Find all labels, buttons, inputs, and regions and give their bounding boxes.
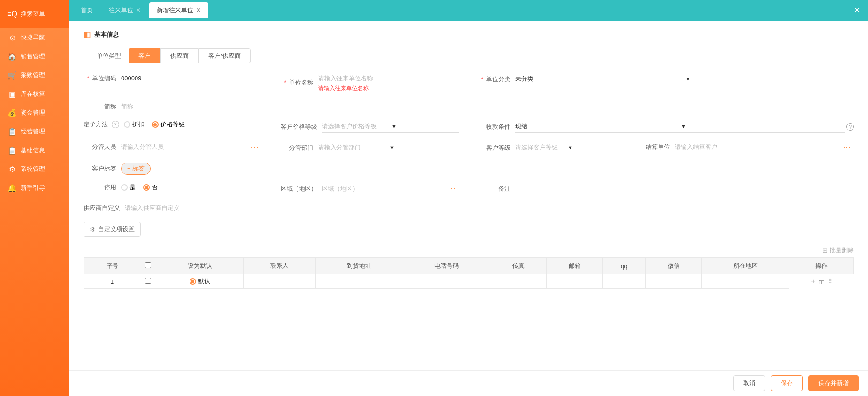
unit-code-input[interactable] bbox=[121, 73, 262, 84]
sidebar-label-operations: 经营管理 bbox=[21, 127, 45, 136]
tab-home[interactable]: 首页 bbox=[73, 2, 100, 18]
form-row-disable: 停用 是 否 区域（地区） bbox=[84, 183, 854, 194]
supplier-custom-input[interactable] bbox=[125, 202, 262, 213]
sales-icon: 🏠 bbox=[8, 52, 17, 61]
field-department: 分管部门 请输入分管部门 ▼ bbox=[281, 141, 459, 154]
custom-settings-button[interactable]: ⚙ 自定义项设置 bbox=[84, 222, 141, 237]
price-level-radio[interactable] bbox=[152, 121, 159, 128]
settlement-more-btn[interactable]: ··· bbox=[840, 143, 854, 150]
chevron-down-icon-level: ▼ bbox=[568, 145, 618, 150]
sidebar-item-new-guide[interactable]: 🔔 新手引导 bbox=[0, 179, 69, 197]
settlement-unit-input[interactable] bbox=[675, 141, 840, 152]
cell-qq bbox=[603, 274, 646, 289]
tab-new-business-unit[interactable]: 新增往来单位 ✕ bbox=[149, 2, 208, 18]
payment-help-icon[interactable]: ? bbox=[846, 123, 854, 131]
close-tab-new-business-unit[interactable]: ✕ bbox=[196, 7, 201, 14]
discount-radio[interactable] bbox=[124, 121, 130, 128]
add-tag-button[interactable]: + 标签 bbox=[121, 163, 151, 175]
sidebar-item-purchase[interactable]: 🛒 采购管理 bbox=[0, 66, 69, 85]
sidebar-label-purchase: 采购管理 bbox=[21, 71, 45, 79]
pricing-discount[interactable]: 折扣 bbox=[124, 120, 145, 129]
section-basic-info: ◧ 基本信息 bbox=[84, 30, 854, 39]
sidebar-item-inventory[interactable]: ▣ 库存核算 bbox=[0, 85, 69, 103]
manager-input[interactable] bbox=[121, 141, 248, 152]
select-all-checkbox[interactable] bbox=[145, 262, 151, 268]
sidebar-label-basic-info: 基础信息 bbox=[21, 146, 45, 155]
sidebar-item-operations[interactable]: 📋 经营管理 bbox=[0, 122, 69, 141]
table-header-row: 序号 设为默认 联系人 到货地址 电话号码 传真 邮箱 qq 微信 所在地区 操… bbox=[84, 258, 854, 274]
form-row-supplier-custom: 供应商自定义 bbox=[84, 202, 854, 213]
customer-price-level-select[interactable]: 请选择客户价格等级 ▼ bbox=[322, 120, 459, 133]
department-select[interactable]: 请输入分管部门 ▼ bbox=[318, 141, 459, 154]
short-name-input[interactable] bbox=[121, 101, 262, 112]
unit-name-input[interactable] bbox=[318, 73, 459, 84]
field-supplier-custom: 供应商自定义 bbox=[84, 202, 262, 213]
unit-type-supplier[interactable]: 供应商 bbox=[160, 48, 198, 63]
tab-business-units[interactable]: 往来单位 ✕ bbox=[101, 2, 148, 18]
unit-name-label: * 单位名称 bbox=[281, 78, 318, 87]
customer-level-select[interactable]: 请选择客户等级 ▼ bbox=[515, 141, 618, 154]
no-radio[interactable] bbox=[143, 184, 150, 191]
unit-type-both[interactable]: 客户/供应商 bbox=[198, 48, 251, 63]
region-label: 区域（地区） bbox=[281, 185, 322, 193]
save-button[interactable]: 保存 bbox=[771, 375, 803, 391]
unit-type-customer[interactable]: 客户 bbox=[129, 48, 160, 63]
remark-input[interactable] bbox=[515, 183, 854, 194]
batch-delete-icon: ⊞ bbox=[822, 247, 828, 254]
disable-no[interactable]: 否 bbox=[143, 183, 158, 192]
department-label: 分管部门 bbox=[281, 144, 318, 152]
region-input[interactable] bbox=[322, 183, 445, 194]
col-email: 邮箱 bbox=[547, 258, 603, 274]
sidebar-item-quick-nav[interactable]: ⊙ 快捷导航 bbox=[0, 28, 69, 47]
disable-label: 停用 bbox=[84, 183, 121, 192]
field-customer-level: 客户等级 请选择客户等级 ▼ bbox=[478, 141, 618, 154]
row-checkbox[interactable] bbox=[145, 278, 151, 284]
sidebar-label-sales: 销售管理 bbox=[21, 52, 45, 61]
sidebar-item-search[interactable]: ≡Q 搜索菜单 bbox=[0, 5, 69, 23]
delete-row-btn[interactable]: 🗑 bbox=[818, 278, 825, 285]
batch-delete-label[interactable]: 批量删除 bbox=[830, 246, 854, 255]
finance-icon: 💰 bbox=[8, 108, 17, 117]
sidebar-item-finance[interactable]: 💰 资金管理 bbox=[0, 103, 69, 122]
form-row-unit-info: * 单位编码 * 单位名称 请输入往来单位名称 * bbox=[84, 73, 854, 93]
sidebar-top: ≡Q 搜索菜单 bbox=[0, 0, 69, 28]
pricing-level[interactable]: 价格等级 bbox=[152, 120, 185, 129]
cell-wechat bbox=[646, 274, 702, 289]
close-tab-business-units[interactable]: ✕ bbox=[136, 7, 141, 14]
chevron-down-icon-payment: ▼ bbox=[681, 124, 845, 129]
close-all-tabs[interactable]: ✕ bbox=[850, 3, 864, 17]
short-name-label: 简称 bbox=[84, 102, 121, 111]
col-wechat: 微信 bbox=[646, 258, 702, 274]
table-row: 1 默认 bbox=[84, 274, 854, 289]
pricing-method-label: 定价方法 ? bbox=[84, 120, 124, 129]
pricing-help-icon[interactable]: ? bbox=[112, 121, 119, 128]
unit-category-select[interactable]: 未分类 ▼ bbox=[515, 73, 854, 85]
region-more-btn[interactable]: ··· bbox=[445, 185, 459, 192]
sidebar-label-finance: 资金管理 bbox=[21, 109, 45, 117]
field-settlement-unit: 结算单位 ··· bbox=[637, 141, 854, 152]
payment-terms-select[interactable]: 现结 ▼ bbox=[515, 120, 845, 133]
drag-handle[interactable]: ⠿ bbox=[828, 278, 832, 285]
sidebar-label-inventory: 库存核算 bbox=[21, 90, 45, 98]
disable-yes[interactable]: 是 bbox=[121, 183, 136, 192]
field-unit-name: * 单位名称 请输入往来单位名称 bbox=[281, 73, 459, 93]
cell-fax bbox=[490, 274, 547, 289]
col-qq: qq bbox=[603, 258, 646, 274]
sidebar-item-system[interactable]: ⚙ 系统管理 bbox=[0, 160, 69, 179]
contacts-table: 序号 设为默认 联系人 到货地址 电话号码 传真 邮箱 qq 微信 所在地区 操… bbox=[84, 257, 854, 289]
sidebar-item-sales[interactable]: 🏠 销售管理 bbox=[0, 47, 69, 66]
save-and-new-button[interactable]: 保存并新增 bbox=[808, 375, 859, 391]
manager-more-btn[interactable]: ··· bbox=[248, 143, 262, 150]
default-radio-circle[interactable] bbox=[190, 278, 196, 285]
row-default-radio[interactable]: 默认 bbox=[161, 277, 238, 286]
field-remark: 备注 bbox=[478, 183, 854, 194]
cancel-button[interactable]: 取消 bbox=[733, 375, 765, 391]
sidebar-item-basic-info[interactable]: 📋 基础信息 bbox=[0, 141, 69, 160]
col-address: 到货地址 bbox=[315, 258, 403, 274]
cell-checkbox bbox=[140, 274, 156, 289]
field-unit-code: * 单位编码 bbox=[84, 73, 262, 84]
yes-radio[interactable] bbox=[121, 184, 128, 191]
add-row-btn[interactable]: + bbox=[811, 277, 815, 286]
section-icon: ◧ bbox=[84, 30, 91, 39]
manager-label: 分管人员 bbox=[84, 143, 121, 151]
